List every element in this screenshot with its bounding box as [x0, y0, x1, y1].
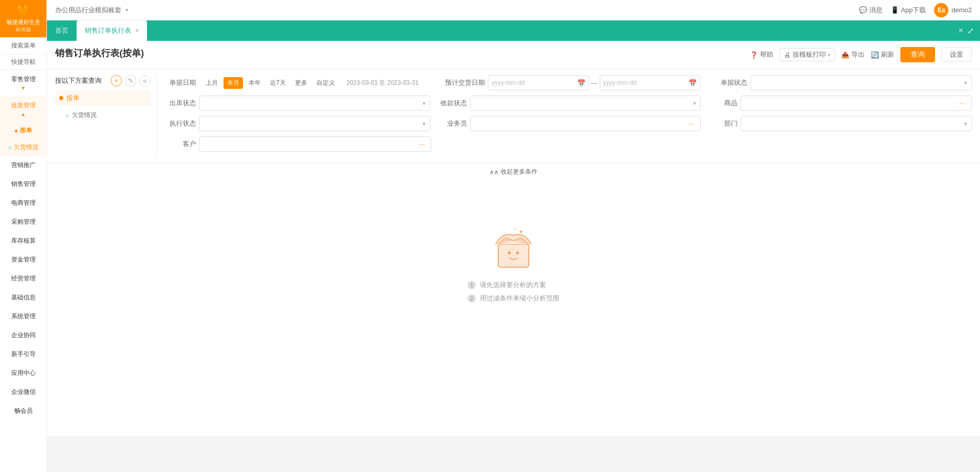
edit-scheme-button[interactable]: ✎ — [125, 75, 136, 86]
period-7-days[interactable]: 近7天 — [266, 77, 289, 89]
tab-bar: 首页 销售订单执行表 × × ⤢ — [47, 20, 980, 41]
scheme-item-order[interactable]: 按单 — [55, 90, 151, 106]
print-button[interactable]: 🖨 按模板打印 ▾ — [779, 48, 835, 61]
sub-scheme-item-shortage[interactable]: ○ 欠货情况 — [55, 108, 151, 123]
predicted-date-field: 预计交货日期 yyyy-mm-dd 📅 — yyyy-mm-dd 📅 — [445, 75, 700, 90]
customer-select[interactable]: ··· — [199, 136, 431, 152]
collapse-bar[interactable]: ∧∧ 收起更多条件 — [47, 163, 980, 180]
date-field: 单据日期 上月 本月 本年 近7天 更多 自定义 — [165, 77, 338, 89]
top-header: 办公用品行业模拟账套 ▾ 💬 消息 📱 App下载 Ea demo2 — [47, 0, 980, 20]
tab-maximize-icon[interactable]: ⤢ — [967, 26, 974, 36]
out-status-select[interactable]: ▾ — [199, 96, 430, 111]
customer-field: 客户 ··· — [165, 136, 431, 152]
message-label: 消息 — [869, 6, 883, 15]
empty-tip-2: 2 用过滤条件来缩小分析范围 — [468, 294, 559, 303]
add-scheme-button[interactable]: ＋ — [111, 75, 122, 86]
sidebar-item-retail[interactable]: 零售管理 ▼ — [0, 70, 46, 96]
period-more[interactable]: 更多 — [291, 77, 311, 89]
tab-close-window-icon[interactable]: × — [959, 26, 963, 35]
period-custom[interactable]: 自定义 — [313, 77, 338, 89]
page-title: 销售订单执行表(按单) — [55, 47, 144, 65]
help-link[interactable]: ❓ 帮助 — [750, 50, 773, 59]
department-arrow-icon: ▾ — [964, 121, 967, 127]
sub-items-wholesale: ● 按单 ○ 欠货情况 — [0, 122, 46, 156]
period-current-year[interactable]: 本年 — [245, 77, 264, 89]
sidebar-item-basic[interactable]: 基础信息 — [0, 288, 46, 307]
predicted-date-end[interactable]: yyyy-mm-dd 📅 — [600, 75, 700, 90]
app-logo: 🧡 畅捷通好生意 标准版 — [0, 0, 46, 37]
app-icon: 📱 — [891, 6, 899, 14]
date-separator: — — [591, 79, 598, 87]
sidebar-search[interactable]: 搜索菜单 — [0, 37, 46, 55]
sidebar-item-ecommerce[interactable]: 电商管理 — [0, 194, 46, 213]
tab-current-label: 销售订单执行表 — [85, 26, 131, 35]
page-content: 销售订单执行表(按单) ❓ 帮助 🖨 按模板打印 ▾ 📤 导出 🔄 刷新 — [47, 41, 980, 472]
sub-item-shortage[interactable]: ○ 欠货情况 — [0, 139, 46, 156]
content-area: ✦ ✦ ✦ 1 请先选择要分析的方案 2 — [47, 180, 980, 436]
exec-status-field: 执行状态 ▾ — [165, 116, 430, 131]
sub-scheme-label: 欠货情况 — [72, 111, 96, 120]
sidebar-item-label: 系统管理 — [11, 312, 36, 321]
query-button[interactable]: 查询 — [900, 47, 935, 62]
sub-item-order[interactable]: ● 按单 — [0, 122, 46, 139]
predicted-date-start[interactable]: yyyy-mm-dd 📅 — [488, 75, 589, 90]
sidebar-item-wholesale[interactable]: 批发管理 ▲ — [0, 96, 46, 122]
salesman-more-dots[interactable]: ··· — [687, 120, 697, 128]
settings-button[interactable]: 设置 — [941, 48, 972, 62]
avatar: Ea — [934, 3, 948, 17]
app-download-button[interactable]: 📱 App下载 — [891, 6, 926, 15]
filter-panel: 按以下方案查询 ＋ ✎ « 按单 ○ 欠货情况 — [47, 69, 980, 163]
collection-status-select[interactable]: ▾ — [470, 96, 701, 111]
empty-illustration: ✦ ✦ ✦ — [488, 221, 539, 272]
refresh-icon: 🔄 — [871, 51, 879, 59]
goods-more-dots[interactable]: ··· — [957, 99, 967, 107]
logo-text: 畅捷通好生意 — [7, 18, 40, 26]
tab-home[interactable]: 首页 — [47, 20, 77, 41]
tab-sales-execution[interactable]: 销售订单执行表 × — [77, 20, 147, 41]
sidebar-item-purchase[interactable]: 采购管理 — [0, 213, 46, 231]
sidebar-item-label: 零售管理 — [11, 75, 36, 84]
tip-text-2: 用过滤条件来缩小分析范围 — [480, 294, 559, 303]
page-header: 销售订单执行表(按单) ❓ 帮助 🖨 按模板打印 ▾ 📤 导出 🔄 刷新 — [47, 41, 980, 69]
collapse-label: 收起更多条件 — [501, 168, 537, 176]
salesman-field: 业务员 ··· — [436, 116, 701, 131]
sidebar-item-guide[interactable]: 新手引导 — [0, 345, 46, 364]
sidebar-item-enterprise[interactable]: 企业协同 — [0, 326, 46, 345]
sidebar-item-member[interactable]: 畅会员 — [0, 402, 46, 420]
sidebar-item-inventory[interactable]: 库存核算 — [0, 231, 46, 250]
sidebar-item-system[interactable]: 系统管理 — [0, 307, 46, 326]
help-icon: ❓ — [750, 51, 758, 59]
salesman-select[interactable]: ··· — [470, 116, 701, 131]
sub-item-label: 按单 — [20, 126, 32, 135]
department-select[interactable]: ▾ — [741, 116, 972, 131]
doc-status-select[interactable]: ▾ — [750, 75, 972, 90]
breadcrumb-dropdown-icon[interactable]: ▾ — [126, 7, 128, 13]
export-icon: 📤 — [841, 51, 849, 59]
exec-status-select[interactable]: ▾ — [199, 116, 430, 131]
customer-more-dots[interactable]: ··· — [417, 140, 427, 148]
sidebar-item-finance[interactable]: 资金管理 — [0, 250, 46, 269]
user-area[interactable]: Ea demo2 — [934, 3, 972, 17]
tab-close-icon[interactable]: × — [135, 27, 139, 34]
sidebar-nav[interactable]: 快捷导航 — [0, 55, 46, 70]
message-button[interactable]: 💬 消息 — [859, 6, 883, 15]
sidebar-item-wechat[interactable]: 企业微信 — [0, 383, 46, 402]
sidebar-item-operations[interactable]: 经营管理 — [0, 269, 46, 288]
sidebar-item-label: 电商管理 — [11, 199, 36, 207]
sidebar-item-sales[interactable]: 销售管理 — [0, 175, 46, 194]
collapse-scheme-button[interactable]: « — [139, 75, 151, 86]
header-right-area: 💬 消息 📱 App下载 Ea demo2 — [859, 3, 972, 17]
predicted-date-label: 预计交货日期 — [445, 78, 485, 87]
print-icon: 🖨 — [784, 51, 791, 59]
period-current-month[interactable]: 本月 — [224, 77, 243, 89]
period-buttons: 上月 本月 本年 近7天 更多 自定义 — [202, 77, 338, 89]
sidebar-item-app-center[interactable]: 应用中心 — [0, 364, 46, 383]
out-status-label: 出库状态 — [165, 99, 196, 108]
scheme-label: 按以下方案查询 — [55, 76, 102, 85]
goods-select[interactable]: ··· — [741, 96, 972, 111]
empty-state: ✦ ✦ ✦ 1 请先选择要分析的方案 2 — [47, 180, 980, 344]
export-link[interactable]: 📤 导出 — [841, 50, 865, 59]
refresh-link[interactable]: 🔄 刷新 — [871, 50, 894, 59]
period-last-month[interactable]: 上月 — [202, 77, 222, 89]
sidebar-item-marketing[interactable]: 营销推广 — [0, 156, 46, 175]
